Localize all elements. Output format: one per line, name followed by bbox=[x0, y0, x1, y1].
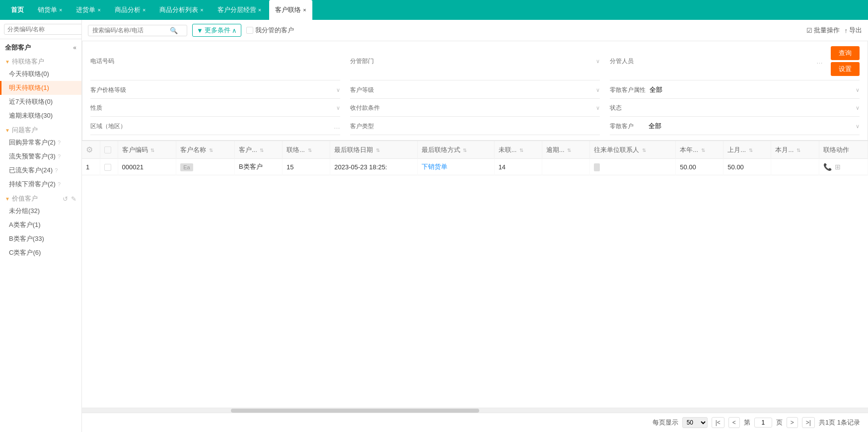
filter-label-phone: 电话号码 bbox=[90, 57, 125, 66]
sort-icon-overdue[interactable]: ⇅ bbox=[567, 147, 571, 153]
filter-my-customers[interactable]: 我分管的客户 bbox=[246, 26, 294, 35]
sort-icon-last-date[interactable]: ⇅ bbox=[376, 147, 380, 153]
sidebar-item-class-a[interactable]: A类客户(1) bbox=[0, 218, 81, 232]
payment-chevron: ∨ bbox=[596, 105, 600, 111]
sort-icon-this-month[interactable]: ⇅ bbox=[796, 147, 800, 153]
filter-search-input[interactable] bbox=[92, 27, 167, 34]
col-name: 客户名称 ⇅ bbox=[176, 141, 235, 159]
sidebar-search-input[interactable] bbox=[4, 24, 82, 35]
sort-icon-last-method[interactable]: ⇅ bbox=[463, 147, 467, 153]
sidebar-item-declining[interactable]: 持续下滑客户(2) ? bbox=[0, 177, 81, 191]
sidebar-item-tomorrow[interactable]: 明天待联络(1) bbox=[0, 81, 81, 95]
next-page-btn[interactable]: > bbox=[787, 417, 798, 428]
all-customers-header[interactable]: 全部客户 « bbox=[0, 39, 81, 54]
my-customers-checkbox[interactable] bbox=[246, 27, 253, 34]
checkbox-icon: ☑ bbox=[806, 27, 812, 34]
page-label: 第 bbox=[744, 418, 750, 427]
nav-tab-4[interactable]: 客户分层经营 × bbox=[212, 0, 267, 20]
sort-icon-this-year[interactable]: ⇅ bbox=[701, 147, 705, 153]
scrollbar-thumb[interactable] bbox=[231, 409, 479, 413]
sort-icon-uncontacted[interactable]: ⇅ bbox=[519, 147, 523, 153]
filter-input-retail-customer[interactable]: 全部 ∨ bbox=[649, 122, 860, 131]
first-page-btn[interactable]: |< bbox=[712, 417, 724, 428]
nav-close-0[interactable]: × bbox=[59, 7, 62, 13]
filter-label-customer-level: 客户等级 bbox=[350, 86, 385, 94]
sidebar-item-churn-warning[interactable]: 流失预警客户(3) ? bbox=[0, 149, 81, 163]
sidebar-item-today[interactable]: 今天待联络(0) bbox=[0, 67, 81, 81]
triangle-icon: ▼ bbox=[5, 59, 10, 65]
nav-close-5[interactable]: × bbox=[303, 7, 306, 13]
nav-tab-3[interactable]: 商品分析列表 × bbox=[153, 0, 209, 20]
sidebar-item-7days[interactable]: 近7天待联络(0) bbox=[0, 95, 81, 109]
sort-icon-name[interactable]: ⇅ bbox=[209, 147, 213, 153]
sort-icon-unit-contact[interactable]: ⇅ bbox=[642, 147, 646, 153]
row-checkbox[interactable] bbox=[104, 164, 111, 171]
per-page-select[interactable]: 50 100 200 bbox=[682, 417, 708, 428]
value-edit-icon[interactable]: ✎ bbox=[71, 195, 76, 203]
page-input[interactable] bbox=[754, 418, 772, 428]
sidebar-item-class-b[interactable]: B类客户(33) bbox=[0, 232, 81, 246]
filter-input-price-level[interactable]: ∨ bbox=[130, 87, 340, 93]
table-wrap: ⚙ 客户编码 ⇅ 客户名称 ⇅ bbox=[82, 141, 868, 408]
customers-table: ⚙ 客户编码 ⇅ 客户名称 ⇅ bbox=[82, 141, 868, 175]
sort-icon-last-month[interactable]: ⇅ bbox=[749, 147, 753, 153]
nav-home[interactable]: 首页 bbox=[5, 0, 30, 20]
group-title-pending: ▼ 待联络客户 bbox=[0, 54, 81, 67]
collapse-icon: « bbox=[73, 44, 76, 51]
last-method-link[interactable]: 下销货单 bbox=[422, 163, 447, 170]
table-header-row: ⚙ 客户编码 ⇅ 客户名称 ⇅ bbox=[82, 141, 868, 159]
customer-level-chevron: ∨ bbox=[596, 87, 600, 93]
filter-input-branch-person[interactable]: … bbox=[649, 58, 823, 65]
filter-row-phone: 电话号码 bbox=[90, 46, 340, 80]
sidebar-item-class-c[interactable]: C类客户(6) bbox=[0, 246, 81, 260]
reset-btn[interactable]: 设置 bbox=[831, 62, 860, 76]
nav-close-4[interactable]: × bbox=[258, 7, 261, 13]
filter-row-branch-person: 分管人员 … 查询 设置 bbox=[610, 46, 860, 80]
sidebar-item-overdue[interactable]: 逾期未联络(30) bbox=[0, 109, 81, 123]
customer-name-masked: Ea bbox=[180, 163, 193, 171]
filter-row-retail-attr: 零散客户属性 全部 ∨ bbox=[610, 85, 860, 99]
nav-tab-1[interactable]: 进货单 × bbox=[70, 0, 106, 20]
sidebar-item-rebuy-abnormal[interactable]: 回购异常客户(2) ? bbox=[0, 136, 81, 149]
filter-input-nature[interactable]: ∨ bbox=[129, 105, 340, 111]
header-checkbox[interactable] bbox=[104, 146, 111, 153]
horizontal-scrollbar[interactable] bbox=[82, 408, 868, 413]
filter-input-payment[interactable]: ∨ bbox=[389, 105, 600, 111]
filter-search-wrap: 🔍 bbox=[88, 25, 187, 36]
nav-close-1[interactable]: × bbox=[97, 7, 100, 13]
nav-tab-0[interactable]: 销货单 × bbox=[32, 0, 68, 20]
filter-label-nature: 性质 bbox=[90, 104, 125, 112]
batch-operation-btn[interactable]: ☑ 批量操作 bbox=[806, 26, 840, 35]
nav-tab-2[interactable]: 商品分析 × bbox=[109, 0, 151, 20]
nav-close-2[interactable]: × bbox=[143, 7, 145, 13]
nature-chevron: ∨ bbox=[336, 105, 340, 111]
main-layout: 🔍 全部客户 « ▼ 待联络客户 今天待联络(0) 明天待联络(1) 近7天待联… bbox=[0, 20, 868, 432]
region-dots[interactable]: … bbox=[334, 123, 340, 130]
nav-close-3[interactable]: × bbox=[200, 7, 203, 13]
sort-icon-contact-count[interactable]: ⇅ bbox=[308, 147, 312, 153]
filter-input-branch-dept[interactable]: ∨ bbox=[389, 58, 600, 65]
branch-person-dots[interactable]: … bbox=[816, 58, 823, 65]
filter-search-icon[interactable]: 🔍 bbox=[170, 27, 178, 34]
sort-icon-type[interactable]: ⇅ bbox=[260, 147, 264, 153]
sidebar-item-ungrouped[interactable]: 未分组(32) bbox=[0, 204, 81, 218]
filter-input-region[interactable]: … bbox=[130, 123, 340, 130]
export-btn[interactable]: ↑ 导出 bbox=[845, 26, 863, 35]
filter-input-retail-attr[interactable]: 全部 ∨ bbox=[650, 85, 860, 94]
action-phone-icon[interactable]: 📞 bbox=[823, 163, 832, 171]
action-grid-icon[interactable]: ⊞ bbox=[835, 163, 841, 171]
value-refresh-icon[interactable]: ↺ bbox=[63, 195, 68, 203]
filter-row-customer-level: 客户等级 ∨ bbox=[350, 85, 600, 99]
sidebar-item-churned[interactable]: 已流失客户(24) ? bbox=[0, 163, 81, 177]
last-page-btn[interactable]: >| bbox=[802, 417, 815, 428]
filter-input-status[interactable]: ∨ bbox=[649, 105, 860, 111]
action-icons: 📞 ⊞ bbox=[823, 163, 864, 171]
sort-icon-code[interactable]: ⇅ bbox=[150, 147, 154, 153]
query-btn[interactable]: 查询 bbox=[831, 46, 860, 60]
filter-input-customer-level[interactable]: ∨ bbox=[389, 87, 600, 93]
per-page-label: 每页显示 bbox=[652, 418, 678, 427]
nav-tab-5[interactable]: 客户联络 × bbox=[269, 0, 312, 20]
prev-page-btn[interactable]: < bbox=[728, 417, 740, 428]
settings-gear-icon[interactable]: ⚙ bbox=[86, 145, 93, 154]
filter-more-btn[interactable]: ▼ 更多条件 ∧ bbox=[192, 24, 241, 37]
